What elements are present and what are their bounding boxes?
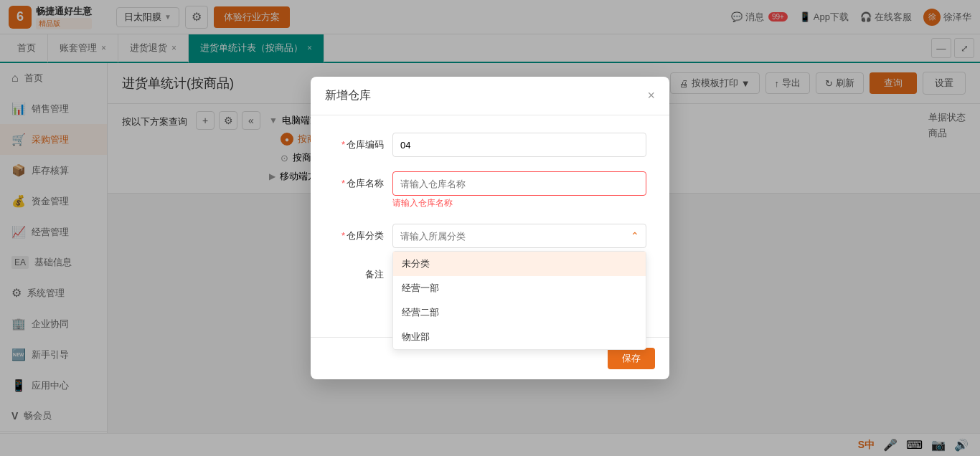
form-row-category: 仓库分类 ⌃ 未分类 经营一部 经营二部 物业部 bbox=[334, 224, 646, 248]
add-warehouse-dialog: 新增仓库 × 仓库编码 仓库名称 请输入仓库名称 仓库分类 bbox=[311, 77, 669, 379]
category-dropdown-arrow[interactable]: ⌃ bbox=[631, 230, 639, 242]
dialog-overlay: 新增仓库 × 仓库编码 仓库名称 请输入仓库名称 仓库分类 bbox=[0, 0, 980, 456]
code-label: 仓库编码 bbox=[334, 133, 384, 151]
category-dropdown-list: 未分类 经营一部 经营二部 物业部 bbox=[392, 251, 646, 350]
dialog-close-button[interactable]: × bbox=[647, 88, 655, 103]
dropdown-item-dept2[interactable]: 经营二部 bbox=[393, 300, 646, 325]
name-label: 仓库名称 bbox=[334, 171, 384, 190]
category-input[interactable] bbox=[392, 224, 646, 248]
dialog-title: 新增仓库 bbox=[325, 88, 371, 103]
code-input[interactable] bbox=[392, 133, 646, 157]
save-button[interactable]: 保存 bbox=[608, 348, 655, 369]
dropdown-item-unclassified[interactable]: 未分类 bbox=[393, 252, 646, 276]
note-label: 备注 bbox=[334, 262, 384, 281]
name-error-message: 请输入仓库名称 bbox=[392, 197, 646, 209]
dialog-body: 仓库编码 仓库名称 请输入仓库名称 仓库分类 ⌃ 未分类 bbox=[311, 115, 669, 337]
dropdown-item-dept1[interactable]: 经营一部 bbox=[393, 276, 646, 300]
name-input[interactable] bbox=[392, 171, 646, 196]
category-input-wrapper: ⌃ 未分类 经营一部 经营二部 物业部 bbox=[392, 224, 646, 248]
dialog-header: 新增仓库 × bbox=[311, 77, 669, 115]
form-row-name: 仓库名称 请输入仓库名称 bbox=[334, 171, 646, 209]
form-row-code: 仓库编码 bbox=[334, 133, 646, 157]
dropdown-item-dept3[interactable]: 物业部 bbox=[393, 325, 646, 349]
name-input-wrapper: 请输入仓库名称 bbox=[392, 171, 646, 209]
category-label: 仓库分类 bbox=[334, 224, 384, 242]
